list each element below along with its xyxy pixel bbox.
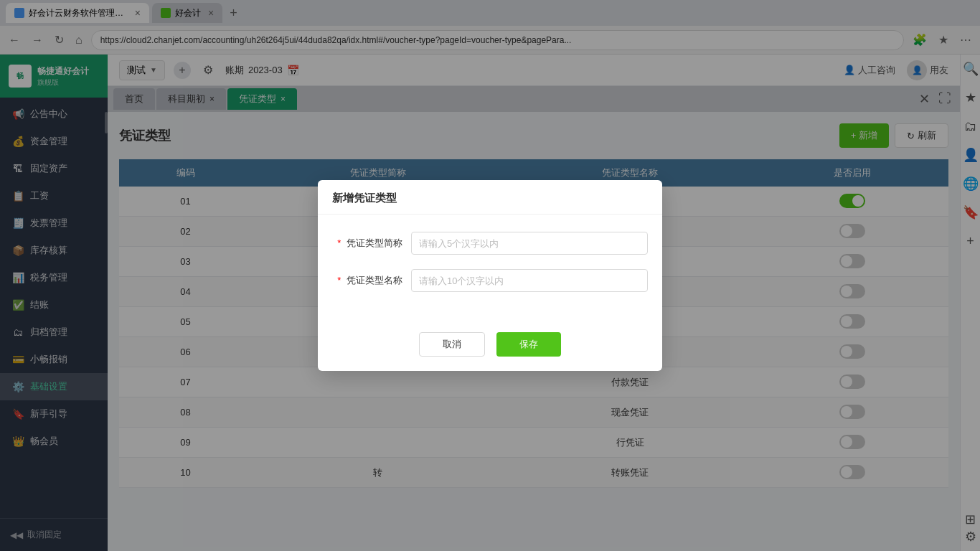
short-name-label: * 凭证类型简称	[332, 237, 411, 250]
dialog-overlay: 新增凭证类型 * 凭证类型简称 * 凭证类型名称 取消 保存	[0, 0, 980, 551]
dialog-body: * 凭证类型简称 * 凭证类型名称	[318, 215, 662, 324]
full-name-label: * 凭证类型名称	[332, 274, 411, 287]
dialog: 新增凭证类型 * 凭证类型简称 * 凭证类型名称 取消 保存	[318, 180, 662, 371]
required-star-2: *	[337, 275, 341, 286]
save-button[interactable]: 保存	[496, 332, 561, 357]
required-star-1: *	[337, 237, 341, 248]
full-name-input[interactable]	[411, 269, 648, 292]
dialog-footer: 取消 保存	[318, 324, 662, 371]
short-name-input[interactable]	[411, 232, 648, 255]
cancel-button[interactable]: 取消	[419, 332, 485, 357]
form-row-short-name: * 凭证类型简称	[332, 232, 648, 255]
dialog-header: 新增凭证类型	[318, 180, 662, 215]
form-row-full-name: * 凭证类型名称	[332, 269, 648, 292]
